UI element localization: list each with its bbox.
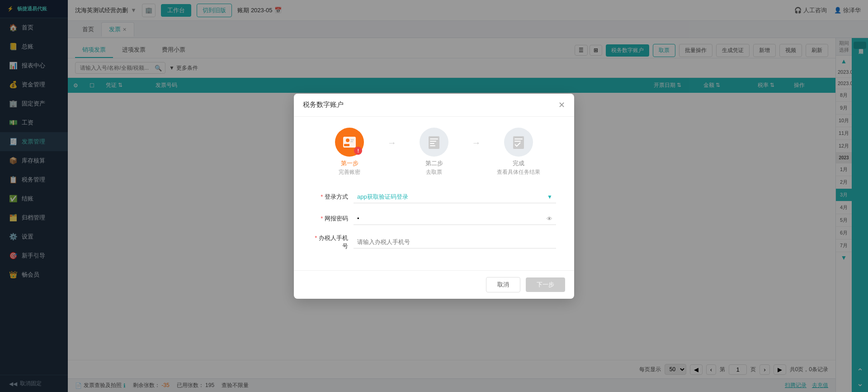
modal-header: 税务数字账户 ✕ (294, 94, 574, 117)
step-1: ! 第一步 完善账密 (312, 128, 387, 176)
step-1-error-badge: ! (354, 147, 362, 155)
modal-title: 税务数字账户 (303, 100, 344, 109)
modal-close-btn[interactable]: ✕ (558, 100, 565, 110)
complete-icon (511, 134, 526, 150)
fetch-ticket-icon (426, 134, 442, 150)
password-wrap: 👁 (354, 212, 556, 225)
step-1-desc: 完善账密 (339, 168, 360, 176)
step-2-icon (420, 128, 448, 157)
svg-rect-2 (344, 144, 349, 146)
step-2: 第二步 去取票 (396, 128, 472, 176)
password-row: * 网报密码 👁 (312, 212, 556, 225)
password-toggle-icon[interactable]: 👁 (547, 215, 552, 222)
svg-rect-9 (430, 145, 435, 146)
modal-body: ! 第一步 完善账密 → (294, 117, 574, 270)
step-3-desc: 查看具体任务结果 (497, 168, 540, 176)
step-2-desc: 去取票 (426, 168, 442, 176)
tax-digital-modal: 税务数字账户 ✕ (294, 94, 574, 299)
svg-rect-3 (350, 139, 354, 140)
step-2-label: 第二步 (425, 159, 443, 167)
phone-row: * 办税人手机号 (312, 234, 556, 250)
svg-rect-4 (350, 141, 353, 142)
svg-rect-10 (513, 136, 524, 149)
step-3: 完成 查看具体任务结果 (481, 128, 556, 176)
svg-rect-11 (514, 139, 523, 139)
login-method-select-wrap: app获取验证码登录 ▼ (354, 191, 556, 203)
login-method-row: * 登录方式 app获取验证码登录 ▼ (312, 191, 556, 203)
modal-overlay[interactable]: 税务数字账户 ✕ (0, 0, 868, 392)
step-3-icon (504, 128, 533, 157)
step-3-label: 完成 (513, 159, 524, 167)
svg-point-1 (346, 139, 349, 142)
login-method-select[interactable]: app获取验证码登录 (354, 191, 556, 203)
cancel-button[interactable]: 取消 (486, 277, 520, 292)
svg-rect-8 (430, 143, 434, 144)
arrow-1: → (387, 138, 396, 148)
login-method-label: * 登录方式 (312, 193, 348, 201)
password-input[interactable] (354, 212, 556, 225)
password-label: * 网报密码 (312, 215, 348, 223)
svg-rect-12 (514, 141, 521, 142)
phone-label: * 办税人手机号 (312, 234, 348, 250)
svg-rect-6 (430, 139, 438, 139)
step-1-label: 第一步 (341, 159, 359, 167)
modal-footer: 取消 下一步 (294, 270, 574, 299)
step-1-icon: ! (335, 128, 364, 157)
arrow-2: → (472, 138, 481, 148)
next-button[interactable]: 下一步 (526, 277, 565, 292)
phone-input[interactable] (354, 236, 556, 249)
steps-indicator: ! 第一步 完善账密 → (312, 128, 556, 176)
modal-form: * 登录方式 app获取验证码登录 ▼ * 网报密码 (312, 191, 556, 250)
svg-rect-7 (430, 141, 436, 142)
svg-rect-5 (429, 136, 439, 149)
